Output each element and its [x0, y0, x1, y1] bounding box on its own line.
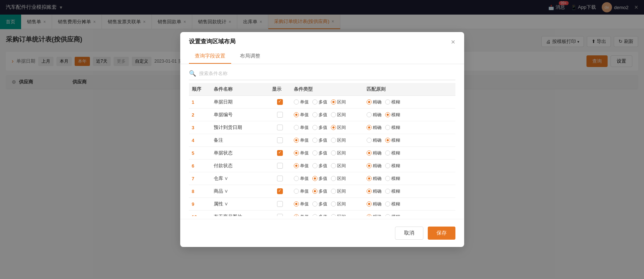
- type-radio-range[interactable]: 区间: [331, 125, 346, 131]
- modal-table-header: 顺序 条件名称 显示 条件类型 匹配原则: [189, 83, 455, 96]
- type-radio-multi[interactable]: 多值: [312, 150, 327, 156]
- row-number: 7: [189, 176, 211, 181]
- type-radio-single[interactable]: 单值: [294, 201, 309, 207]
- display-checkbox[interactable]: [277, 137, 283, 143]
- match-radio-fuzzy[interactable]: 模糊: [385, 176, 400, 182]
- modal-table-body: 1单据日期单值多值区间精确模糊2单据编号单值多值区间精确模糊3预计到货日期单值多…: [189, 96, 455, 216]
- table-row: 7仓库 ∨单值多值区间精确模糊: [189, 172, 455, 185]
- display-checkbox[interactable]: [277, 99, 283, 105]
- type-radio-range[interactable]: 区间: [331, 188, 346, 194]
- row-condition-name: 付款状态: [211, 162, 269, 169]
- type-radio-single[interactable]: 单值: [294, 188, 309, 194]
- table-row: 3预计到货日期单值多值区间精确模糊: [189, 121, 455, 134]
- match-radio-exact[interactable]: 精确: [367, 125, 382, 131]
- table-row: 1单据日期单值多值区间精确模糊: [189, 96, 455, 109]
- match-radio-exact[interactable]: 精确: [367, 201, 382, 207]
- type-radio-single[interactable]: 单值: [294, 214, 309, 216]
- type-radio-single[interactable]: 单值: [294, 99, 309, 105]
- type-radio-single[interactable]: 单值: [294, 163, 309, 169]
- match-radio-fuzzy[interactable]: 模糊: [385, 99, 400, 105]
- match-radio-fuzzy[interactable]: 模糊: [385, 163, 400, 169]
- display-checkbox[interactable]: [277, 188, 283, 194]
- row-number: 6: [189, 163, 211, 169]
- type-radio-multi[interactable]: 多值: [312, 176, 327, 182]
- type-radio-multi[interactable]: 多值: [312, 99, 327, 105]
- modal-title: 设置查询区域布局: [189, 38, 236, 46]
- display-checkbox[interactable]: [277, 125, 283, 130]
- row-condition-name: 单据状态: [211, 150, 269, 156]
- modal-table: 顺序 条件名称 显示 条件类型 匹配原则 1单据日期单值多值区间精确模糊2单据编…: [180, 83, 464, 216]
- type-radio-single[interactable]: 单值: [294, 125, 309, 131]
- type-radio-range[interactable]: 区间: [331, 163, 346, 169]
- table-row: 2单据编号单值多值区间精确模糊: [189, 109, 455, 121]
- modal-search-icon: 🔍: [189, 70, 196, 77]
- type-radio-range[interactable]: 区间: [331, 137, 346, 144]
- match-radio-fuzzy[interactable]: 模糊: [385, 201, 400, 207]
- col-type: 条件类型: [291, 86, 364, 93]
- match-radio-exact[interactable]: 精确: [367, 150, 382, 156]
- settings-modal: 设置查询区域布局 × 查询字段设置 布局调整 🔍 顺序 条件名称 显示 条件类型: [180, 32, 464, 247]
- type-radio-multi[interactable]: 多值: [312, 163, 327, 169]
- type-radio-multi[interactable]: 多值: [312, 112, 327, 118]
- match-radio-exact[interactable]: 精确: [367, 214, 382, 216]
- match-radio-exact[interactable]: 精确: [367, 99, 382, 105]
- row-condition-name: 商品 ∨: [211, 188, 269, 194]
- type-radio-multi[interactable]: 多值: [312, 137, 327, 144]
- match-radio-exact[interactable]: 精确: [367, 163, 382, 169]
- type-radio-single[interactable]: 单值: [294, 176, 309, 182]
- type-radio-single[interactable]: 单值: [294, 137, 309, 144]
- type-radio-multi[interactable]: 多值: [312, 214, 327, 216]
- row-number: 8: [189, 189, 211, 194]
- row-condition-name: 属性 ∨: [211, 201, 269, 207]
- table-row: 10有无商品图片单值多值区间精确模糊: [189, 211, 455, 216]
- row-number: 10: [189, 214, 211, 216]
- modal-tab-query-fields[interactable]: 查询字段设置: [189, 50, 231, 64]
- type-radio-multi[interactable]: 多值: [312, 188, 327, 194]
- row-condition-name: 预计到货日期: [211, 124, 269, 131]
- row-number: 3: [189, 125, 211, 130]
- modal-close-button[interactable]: ×: [451, 38, 455, 46]
- match-radio-fuzzy[interactable]: 模糊: [385, 214, 400, 216]
- row-number: 1: [189, 99, 211, 105]
- type-radio-range[interactable]: 区间: [331, 99, 346, 105]
- modal-tabs: 查询字段设置 布局调整: [180, 50, 464, 64]
- match-radio-exact[interactable]: 精确: [367, 112, 382, 118]
- display-checkbox[interactable]: [277, 201, 283, 207]
- type-radio-range[interactable]: 区间: [331, 201, 346, 207]
- type-radio-multi[interactable]: 多值: [312, 125, 327, 131]
- row-number: 5: [189, 150, 211, 156]
- table-row: 8商品 ∨单值多值区间精确模糊: [189, 185, 455, 198]
- modal-tab-layout[interactable]: 布局调整: [234, 50, 266, 64]
- type-radio-single[interactable]: 单值: [294, 112, 309, 118]
- table-row: 9属性 ∨单值多值区间精确模糊: [189, 198, 455, 211]
- modal-search-bar: 🔍: [189, 70, 455, 80]
- match-radio-fuzzy[interactable]: 模糊: [385, 125, 400, 131]
- match-radio-fuzzy[interactable]: 模糊: [385, 137, 400, 144]
- type-radio-range[interactable]: 区间: [331, 214, 346, 216]
- cancel-button[interactable]: 取消: [395, 227, 423, 240]
- display-checkbox[interactable]: [277, 163, 283, 169]
- match-radio-exact[interactable]: 精确: [367, 176, 382, 182]
- table-row: 6付款状态单值多值区间精确模糊: [189, 160, 455, 172]
- row-number: 2: [189, 112, 211, 118]
- type-radio-range[interactable]: 区间: [331, 176, 346, 182]
- display-checkbox[interactable]: [277, 112, 283, 118]
- col-order: 顺序: [189, 86, 211, 93]
- match-radio-exact[interactable]: 精确: [367, 188, 382, 194]
- save-button[interactable]: 保存: [428, 227, 455, 240]
- display-checkbox[interactable]: [277, 214, 283, 216]
- col-name: 条件名称: [211, 86, 269, 93]
- row-condition-name: 有无商品图片: [211, 213, 269, 216]
- display-checkbox[interactable]: [277, 150, 283, 156]
- match-radio-fuzzy[interactable]: 模糊: [385, 112, 400, 118]
- display-checkbox[interactable]: [277, 176, 283, 181]
- match-radio-fuzzy[interactable]: 模糊: [385, 188, 400, 194]
- type-radio-range[interactable]: 区间: [331, 150, 346, 156]
- type-radio-range[interactable]: 区间: [331, 112, 346, 118]
- modal-search-input[interactable]: [199, 71, 272, 76]
- col-match: 匹配原则: [364, 86, 444, 93]
- type-radio-multi[interactable]: 多值: [312, 201, 327, 207]
- match-radio-fuzzy[interactable]: 模糊: [385, 150, 400, 156]
- type-radio-single[interactable]: 单值: [294, 150, 309, 156]
- match-radio-exact[interactable]: 精确: [367, 137, 382, 144]
